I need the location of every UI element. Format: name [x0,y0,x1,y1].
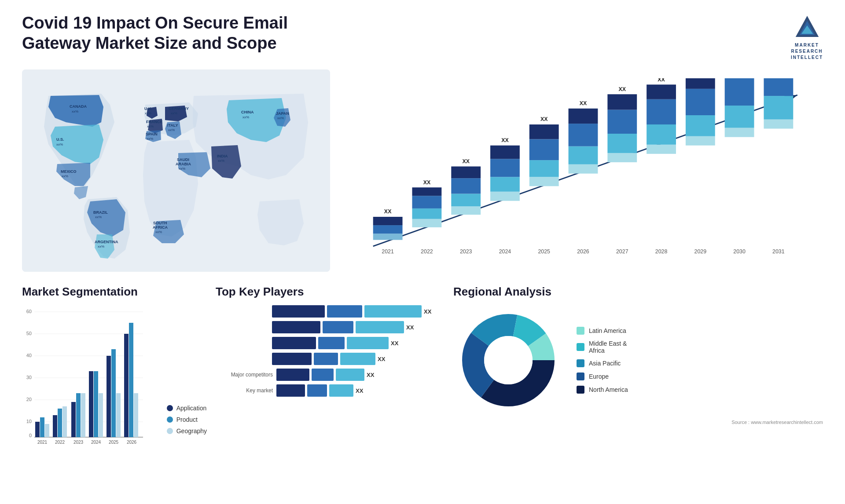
player-bar-wrap-4: XX [272,353,385,365]
player-xx-6: XX [356,387,363,394]
svg-text:XX: XX [423,179,431,186]
player-bar-dark-3 [272,337,316,349]
svg-text:2022: 2022 [421,248,433,255]
svg-text:BRAZIL: BRAZIL [93,210,108,215]
svg-text:0: 0 [29,433,32,438]
svg-text:60: 60 [26,309,32,314]
svg-rect-63 [529,139,559,160]
svg-text:2024: 2024 [91,440,101,445]
player-row-6: Key market XX [216,384,445,397]
svg-text:XX: XX [540,116,548,122]
legend-dot-application [167,405,173,411]
header: Covid 19 Impact On Secure Email Gateway … [22,13,823,61]
svg-rect-130 [116,393,121,437]
svg-text:2031: 2031 [772,248,785,255]
svg-text:2021: 2021 [382,248,394,255]
regional-color-north-america [577,386,584,394]
svg-text:2023: 2023 [460,248,472,255]
bottom-section: Market Segmentation 60 50 40 30 20 10 0 [22,285,823,470]
svg-rect-80 [647,124,676,145]
svg-rect-88 [686,78,715,89]
svg-text:AFRICA: AFRICA [153,225,168,230]
donut-svg [453,305,563,415]
svg-text:SPAIN: SPAIN [146,132,158,136]
svg-rect-126 [94,371,98,437]
svg-rect-81 [647,99,676,124]
svg-rect-122 [71,402,76,437]
regional-legend-latin-america: Latin America [577,327,628,335]
svg-rect-68 [569,146,598,164]
regional-label-north-america: North America [589,386,628,393]
player-row-1: XX [216,305,445,318]
svg-rect-43 [412,219,442,227]
svg-rect-50 [451,194,481,207]
svg-text:xx%: xx% [147,124,154,128]
svg-text:xx%: xx% [155,230,162,234]
legend-label-geography: Geography [176,427,207,435]
svg-rect-93 [725,78,754,106]
svg-rect-116 [35,422,40,437]
svg-text:XX: XX [501,137,509,143]
svg-text:30: 30 [26,375,32,380]
market-segmentation: Market Segmentation 60 50 40 30 20 10 0 [22,285,207,470]
logo-icon [792,13,823,40]
svg-text:XX: XX [658,78,665,83]
svg-text:xx%: xx% [179,167,185,171]
svg-text:CHINA: CHINA [241,110,254,114]
svg-rect-119 [53,415,57,437]
world-map-svg: CANADA xx% U.S. xx% MEXICO xx% BRAZIL xx… [22,69,330,272]
svg-text:xx%: xx% [72,110,78,113]
player-bar-mid-6 [307,384,327,397]
player-row-2: XX [216,321,445,333]
svg-rect-76 [607,94,637,110]
seg-chart-svg: 60 50 40 30 20 10 0 [22,305,145,446]
svg-rect-91 [725,128,754,137]
player-row-3: XX [216,337,445,349]
regional-color-latin-america [577,327,584,335]
page-container: Covid 19 Impact On Secure Email Gateway … [0,0,845,504]
seg-chart-area: 60 50 40 30 20 10 0 [22,305,162,448]
svg-rect-73 [607,153,637,162]
regional-legend-middle-east: Middle East &Africa [577,340,628,354]
svg-rect-46 [412,187,442,196]
svg-text:2025: 2025 [109,440,119,445]
logo-text: MARKETRESEARCHINTELLECT [791,42,823,61]
svg-text:XX: XX [619,86,626,92]
svg-rect-128 [107,356,111,437]
svg-rect-45 [412,196,442,208]
svg-text:2028: 2028 [655,248,668,255]
player-bar-wrap-3: XX [272,337,398,349]
bar-chart-svg: XX 2021 XX 2022 [352,78,814,263]
player-xx-3: XX [391,340,398,347]
svg-text:2026: 2026 [127,440,137,445]
svg-rect-38 [373,234,403,240]
svg-rect-96 [764,120,793,129]
player-bar-mid-4 [314,353,338,365]
source-text: Source : www.marketresearchintellect.com [453,420,823,425]
player-xx-1: XX [424,308,431,315]
svg-rect-120 [58,409,62,437]
svg-text:XX: XX [384,208,392,215]
player-bar-dark-4 [272,353,312,365]
legend-dot-product [167,416,173,423]
svg-text:INDIA: INDIA [217,154,228,158]
logo-area: MARKETRESEARCHINTELLECT [791,13,823,61]
svg-text:XX: XX [580,100,587,106]
regional-label-asia-pacific: Asia Pacific [589,360,621,367]
svg-text:ITALY: ITALY [167,123,178,128]
player-bar-mid-2 [323,321,353,333]
svg-rect-86 [686,115,715,136]
svg-point-145 [484,336,533,384]
player-label-6: Key market [216,387,273,394]
svg-rect-124 [81,393,85,437]
player-bar-mid-1 [327,305,362,318]
svg-rect-121 [62,406,67,437]
svg-text:xx%: xx% [168,128,175,132]
svg-text:2025: 2025 [538,248,550,255]
svg-text:ARABIA: ARABIA [176,162,191,166]
svg-text:40: 40 [26,353,32,358]
player-bar-light-4 [340,353,375,365]
segmentation-title: Market Segmentation [22,285,207,299]
player-bar-dark-5 [276,369,309,381]
player-bar-wrap-1: XX [272,305,431,318]
